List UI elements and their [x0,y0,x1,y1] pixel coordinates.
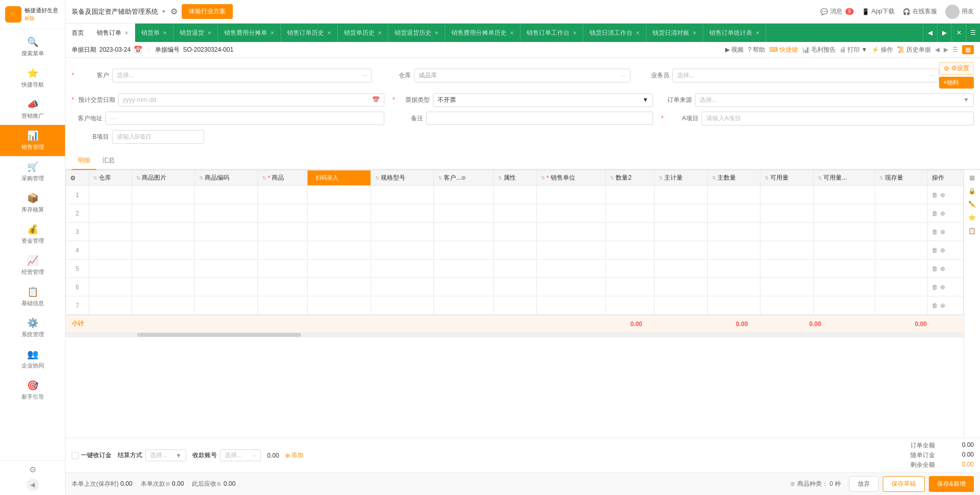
row-4-image[interactable] [132,241,195,260]
row-7-attr[interactable] [493,296,536,315]
row-7-product[interactable] [258,296,308,315]
row-6-warehouse[interactable] [89,278,132,296]
row-7-customer-code[interactable] [434,296,494,315]
sidebar-item-采购管理[interactable]: 🛒 采购管理 [0,156,65,187]
customer-address-input[interactable]: ··· [105,112,384,125]
toolbar-nav-prev[interactable]: ◀ [935,46,940,53]
tab-expense-history[interactable]: 销售费用分摊单历史 ✕ [445,24,520,42]
sidebar-item-基础信息[interactable]: 📋 基础信息 [0,281,65,312]
sort-spec-icon[interactable]: ⇅ [375,175,379,181]
one-click-checkbox[interactable] [72,452,79,459]
row-1-scan[interactable] [307,186,371,204]
row-1-copy-icon[interactable]: ⊕ [940,191,945,199]
sidebar-settings[interactable]: ⚙ [29,465,36,475]
history-btn[interactable]: 📜 历史单据 [897,46,931,54]
tab-stats[interactable]: 销售订单统计表 ✕ [703,24,766,42]
row-5-image[interactable] [132,260,195,278]
row-6-main-unit[interactable] [655,278,708,296]
sort-available2-icon[interactable]: ⇅ [818,175,822,181]
row-3-copy-icon[interactable]: ⊕ [940,228,945,235]
online-support-btn[interactable]: 🎧 在线客服 [903,7,937,16]
row-2-main-unit[interactable] [655,204,708,223]
row-3-current[interactable] [875,223,928,241]
toolbar-list-view[interactable]: ☰ [952,46,958,53]
row-7-available[interactable] [760,296,814,315]
row-4-attr[interactable] [493,241,536,260]
tab-returns[interactable]: 销货退货 ✕ [173,24,218,42]
row-1-available2[interactable] [814,186,875,204]
sort-warehouse-icon[interactable]: ⇅ [93,175,97,181]
tab-expense-close[interactable]: ✕ [270,30,274,36]
sidebar-item-新手引导[interactable]: 🎯 新手引导 [0,375,65,406]
row-6-copy-icon[interactable]: ⊕ [940,284,945,291]
row-3-customer-code[interactable] [434,223,494,241]
row-4-main-unit[interactable] [655,241,708,260]
row-1-spec[interactable] [371,186,434,204]
tab-reconcile-close[interactable]: ✕ [692,30,696,36]
tab-workbench[interactable]: 销售订单工作台 ✕ [520,24,583,42]
row-3-available2[interactable] [814,223,875,241]
sort-qty2-icon[interactable]: ⇅ [610,175,614,181]
col-settings-icon[interactable]: ⚙ [70,175,76,182]
tab-sales-invoice[interactable]: 销货单 ✕ [135,24,173,42]
row-5-product[interactable] [258,260,308,278]
operation-btn[interactable]: ⚡ 操作 [872,46,893,54]
sidebar-item-库存核算[interactable]: 📦 库存核算 [0,187,65,219]
row-2-customer-code[interactable] [434,204,494,223]
row-6-code[interactable] [195,278,258,296]
sort-unit-icon[interactable]: ⇅ [541,175,545,181]
row-5-main-qty[interactable] [707,260,760,278]
row-5-warehouse[interactable] [89,260,132,278]
sort-main-qty-icon[interactable]: ⇅ [712,175,716,181]
industry-solution-button[interactable]: 体验行业方案 [182,4,233,19]
row-2-delete-icon[interactable]: 🗑 [932,210,938,217]
save-new-button[interactable]: 保存&新增 [929,476,974,492]
delivery-input[interactable]: yyyy-mm-dd 📅 [118,93,384,106]
row-5-attr[interactable] [493,260,536,278]
row-5-available2[interactable] [814,260,875,278]
row-2-unit[interactable] [537,204,606,223]
row-6-unit[interactable] [537,278,606,296]
tab-next-btn[interactable]: ▶ [937,24,951,42]
row-7-main-unit[interactable] [655,296,708,315]
row-2-spec[interactable] [371,204,434,223]
print-btn[interactable]: 🖨 打印 ▼ [840,46,867,54]
tab-order-history[interactable]: 销售订单历史 ✕ [281,24,338,42]
user-avatar-area[interactable]: 用友 [945,5,974,19]
row-5-main-unit[interactable] [655,260,708,278]
tab-return-history[interactable]: 销货退货历史 ✕ [388,24,445,42]
row-5-delete-icon[interactable]: 🗑 [932,265,938,272]
tab-return-history-close[interactable]: ✕ [434,30,439,36]
row-1-image[interactable] [132,186,195,204]
row-7-unit[interactable] [537,296,606,315]
help-btn[interactable]: ? 帮助 [748,46,765,54]
remark-input[interactable] [426,112,653,125]
shortcut-btn[interactable]: ⌨ 快捷键 [769,46,798,54]
row-6-product[interactable] [258,278,308,296]
app-download-btn[interactable]: 📱 App下载 [862,7,895,16]
tab-sales-order[interactable]: 销售订单 ✕ [91,24,135,42]
row-7-main-qty[interactable] [707,296,760,315]
add-material-btn[interactable]: +物料 [939,77,974,89]
row-3-scan[interactable] [307,223,371,241]
row-6-image[interactable] [132,278,195,296]
row-2-image[interactable] [132,204,195,223]
tab-close-btn[interactable]: ✕ [951,24,966,42]
row-5-qty2[interactable] [606,260,655,278]
row-3-qty2[interactable] [606,223,655,241]
account-select[interactable]: 选择... ··· [220,449,261,461]
row-7-delete-icon[interactable]: 🗑 [932,302,938,309]
calendar-icon[interactable]: 📅 [134,46,142,54]
row-7-warehouse[interactable] [89,296,132,315]
right-panel-item-2[interactable]: 🔒 [968,187,976,195]
row-2-qty2[interactable] [606,204,655,223]
warehouse-input[interactable]: 成品库 ··· [414,69,630,82]
row-6-spec[interactable] [371,278,434,296]
right-panel-item-1[interactable]: ▦ [969,174,975,181]
row-5-available[interactable] [760,260,814,278]
row-7-image[interactable] [132,296,195,315]
row-2-main-qty[interactable] [707,204,760,223]
row-3-unit[interactable] [537,223,606,241]
scroll-thumb[interactable] [137,333,301,337]
row-1-attr[interactable] [493,186,536,204]
